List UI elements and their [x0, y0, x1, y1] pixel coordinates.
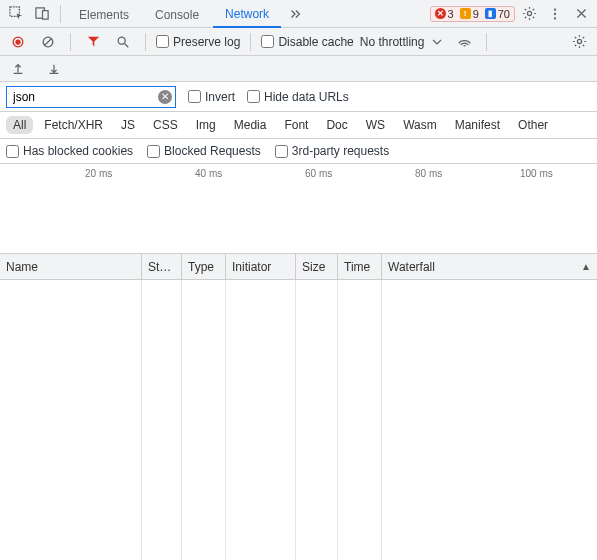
inspect-icon[interactable]	[4, 2, 28, 26]
col-initiator[interactable]: Initiator	[226, 254, 296, 279]
kebab-menu-icon[interactable]	[543, 2, 567, 26]
settings-icon[interactable]	[517, 2, 541, 26]
separator	[70, 33, 71, 51]
filter-type-manifest[interactable]: Manifest	[448, 116, 507, 134]
error-count: 3	[448, 8, 454, 20]
filter-type-all[interactable]: All	[6, 116, 33, 134]
hide-data-urls-label: Hide data URLs	[264, 90, 349, 104]
svg-point-6	[554, 17, 556, 19]
timeline-tick: 20 ms	[85, 168, 112, 179]
blocked-requests-checkbox[interactable]: Blocked Requests	[147, 144, 261, 158]
blocked-cookies-label: Has blocked cookies	[23, 144, 133, 158]
filter-type-media[interactable]: Media	[227, 116, 274, 134]
filter-type-doc[interactable]: Doc	[319, 116, 354, 134]
filter-type-fetch[interactable]: Fetch/XHR	[37, 116, 110, 134]
blocked-requests-label: Blocked Requests	[164, 144, 261, 158]
timeline-tick: 40 ms	[195, 168, 222, 179]
timeline-tick: 60 ms	[305, 168, 332, 179]
search-icon[interactable]	[111, 30, 135, 54]
svg-point-10	[118, 37, 125, 44]
timeline-tick: 100 ms	[520, 168, 553, 179]
col-type[interactable]: Type	[182, 254, 226, 279]
blocked-cookies-checkbox[interactable]: Has blocked cookies	[6, 144, 133, 158]
filter-icon[interactable]	[81, 30, 105, 54]
filter-type-wasm[interactable]: Wasm	[396, 116, 444, 134]
filter-type-img[interactable]: Img	[189, 116, 223, 134]
issues-icon: ▮	[485, 8, 496, 19]
third-party-label: 3rd-party requests	[292, 144, 389, 158]
invert-label: Invert	[205, 90, 235, 104]
invert-checkbox[interactable]: Invert	[188, 90, 235, 104]
filter-type-other[interactable]: Other	[511, 116, 555, 134]
svg-point-5	[554, 12, 556, 14]
hide-data-urls-checkbox[interactable]: Hide data URLs	[247, 90, 349, 104]
svg-rect-2	[42, 11, 48, 19]
svg-point-4	[554, 8, 556, 10]
request-table-header: Name St… Type Initiator Size Time Waterf…	[0, 254, 597, 280]
import-har-icon[interactable]	[42, 57, 66, 81]
warning-icon: !	[460, 8, 471, 19]
chevron-down-icon	[428, 36, 446, 48]
clear-filter-icon[interactable]: ✕	[158, 90, 172, 104]
separator	[145, 33, 146, 51]
separator	[486, 33, 487, 51]
svg-point-8	[15, 39, 20, 44]
preserve-log-checkbox[interactable]: Preserve log	[156, 35, 240, 49]
throttling-select[interactable]: No throttling	[360, 35, 447, 49]
col-size[interactable]: Size	[296, 254, 338, 279]
filter-type-ws[interactable]: WS	[359, 116, 392, 134]
filter-type-font[interactable]: Font	[277, 116, 315, 134]
filter-type-css[interactable]: CSS	[146, 116, 185, 134]
settings-icon[interactable]	[567, 30, 591, 54]
col-name[interactable]: Name	[0, 254, 142, 279]
preserve-log-label: Preserve log	[173, 35, 240, 49]
tab-network[interactable]: Network	[213, 2, 281, 28]
timeline-tick: 80 ms	[415, 168, 442, 179]
separator	[60, 5, 61, 23]
more-tabs-icon[interactable]	[283, 2, 307, 26]
record-button[interactable]	[6, 30, 30, 54]
tab-elements[interactable]: Elements	[67, 2, 141, 28]
network-conditions-icon[interactable]	[452, 30, 476, 54]
svg-point-3	[527, 11, 531, 15]
svg-point-11	[577, 39, 581, 43]
col-waterfall[interactable]: Waterfall ▲	[382, 254, 597, 279]
warning-count: 9	[473, 8, 479, 20]
separator	[250, 33, 251, 51]
disable-cache-checkbox[interactable]: Disable cache	[261, 35, 353, 49]
col-time[interactable]: Time	[338, 254, 382, 279]
timeline-overview[interactable]: 20 ms 40 ms 60 ms 80 ms 100 ms	[0, 164, 597, 254]
throttling-value: No throttling	[360, 35, 425, 49]
error-icon: ✕	[435, 8, 446, 19]
filter-type-js[interactable]: JS	[114, 116, 142, 134]
issues-count: 70	[498, 8, 510, 20]
export-har-icon[interactable]	[6, 57, 30, 81]
sort-asc-icon: ▲	[581, 261, 591, 272]
filter-input[interactable]	[6, 86, 176, 108]
third-party-checkbox[interactable]: 3rd-party requests	[275, 144, 389, 158]
device-toolbar-icon[interactable]	[30, 2, 54, 26]
clear-button[interactable]	[36, 30, 60, 54]
request-table-body	[0, 280, 597, 560]
issue-badges[interactable]: ✕3 !9 ▮70	[430, 6, 516, 22]
tab-console[interactable]: Console	[143, 2, 211, 28]
disable-cache-label: Disable cache	[278, 35, 353, 49]
col-status[interactable]: St…	[142, 254, 182, 279]
close-icon[interactable]	[569, 2, 593, 26]
